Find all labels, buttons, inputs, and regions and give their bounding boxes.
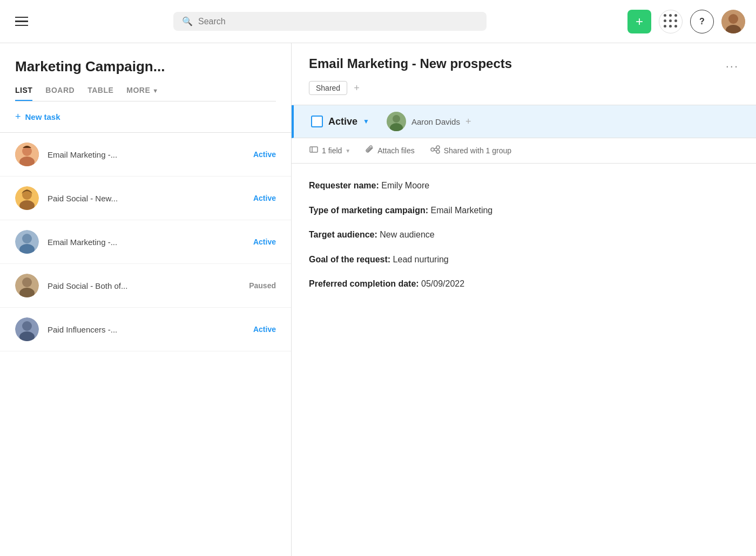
attach-files-button[interactable]: Attach files	[366, 145, 414, 157]
status-badge: Active	[253, 150, 276, 159]
detail-campaign-type: Type of marketing campaign: Email Market…	[309, 204, 739, 218]
task-name: Paid Social - New...	[48, 194, 245, 203]
completion-date-value-text: 05/09/2022	[421, 279, 464, 288]
search-input[interactable]	[198, 17, 478, 26]
assignee-name: Aaron Davids	[411, 117, 460, 126]
new-task-label: New task	[25, 112, 60, 121]
status-dropdown-icon: ▼	[363, 118, 369, 125]
assignee-row[interactable]: Aaron Davids +	[387, 112, 471, 131]
status-badge: Active	[253, 238, 276, 246]
campaign-type-label: Type of marketing campaign:	[309, 206, 428, 215]
add-tag-button[interactable]: +	[354, 83, 360, 94]
status-selector[interactable]: Active ▼	[311, 116, 369, 127]
details-section: Requester name: Emily Moore Type of mark…	[292, 164, 756, 317]
svg-point-1	[728, 14, 738, 24]
field-dropdown-icon: ▼	[345, 148, 350, 154]
status-assignee-row: Active ▼ Aaron Davids +	[292, 105, 756, 138]
nav-right: + ?	[627, 10, 745, 33]
detail-goal: Goal of the request: Lead nurturing	[309, 253, 739, 267]
field-button[interactable]: 1 field ▼	[309, 145, 350, 157]
completion-date-label: Preferred completion date:	[309, 279, 419, 288]
status-badge: Paused	[249, 281, 276, 290]
top-nav: 🔍 + ?	[0, 0, 756, 43]
task-row[interactable]: Email Marketing -... Active	[0, 133, 291, 177]
audience-value-text: New audience	[380, 230, 434, 239]
svg-point-16	[22, 321, 32, 331]
svg-point-23	[431, 148, 434, 151]
avatar	[15, 230, 39, 254]
add-button[interactable]: +	[627, 10, 651, 33]
detail-completion-date: Preferred completion date: 05/09/2022	[309, 277, 739, 291]
detail-title: Email Marketing - New prospects	[309, 56, 512, 71]
status-label: Active	[328, 116, 357, 127]
apps-grid-icon	[664, 14, 678, 29]
shared-group-button[interactable]: Shared with 1 group	[430, 145, 511, 156]
user-avatar[interactable]	[721, 10, 745, 33]
nav-left	[11, 11, 32, 32]
view-tabs: LIST BOARD TABLE MORE ▼	[15, 86, 276, 101]
requester-value-text: Emily Moore	[381, 181, 429, 190]
svg-line-26	[434, 148, 436, 149]
help-button[interactable]: ?	[690, 10, 714, 33]
shared-tag[interactable]: Shared	[309, 81, 347, 95]
campaign-type-value-text: Email Marketing	[431, 206, 493, 215]
svg-line-27	[434, 150, 436, 151]
task-list: Email Marketing -... Active Paid Social …	[0, 133, 291, 556]
search-bar: 🔍	[173, 12, 487, 31]
requester-label: Requester name:	[309, 181, 379, 190]
svg-point-25	[436, 150, 440, 153]
shared-label: Shared with 1 group	[444, 146, 511, 155]
svg-point-10	[22, 234, 32, 243]
svg-point-13	[22, 277, 32, 287]
avatar	[15, 317, 39, 341]
avatar	[15, 143, 39, 166]
new-task-plus-icon: +	[15, 111, 21, 123]
task-name: Paid Influencers -...	[48, 325, 245, 334]
svg-point-19	[393, 115, 400, 123]
detail-audience: Target audience: New audience	[309, 228, 739, 242]
status-badge: Active	[253, 194, 276, 202]
task-row[interactable]: Paid Social - New... Active	[0, 177, 291, 220]
tag-row: Shared +	[309, 81, 739, 105]
svg-rect-21	[310, 147, 318, 152]
attach-label: Attach files	[377, 146, 414, 155]
svg-point-24	[436, 146, 440, 149]
right-panel: Email Marketing - New prospects ... Shar…	[292, 43, 756, 556]
task-row[interactable]: Paid Social - Both of... Paused	[0, 264, 291, 308]
new-task-row[interactable]: + New task	[0, 101, 291, 133]
right-panel-header: Email Marketing - New prospects ... Shar…	[292, 43, 756, 105]
goal-label: Goal of the request:	[309, 255, 390, 264]
field-icon	[309, 145, 319, 157]
search-icon: 🔍	[182, 16, 193, 26]
avatar	[15, 274, 39, 297]
assignee-avatar	[387, 112, 406, 131]
main-content: Marketing Campaign... LIST BOARD TABLE M…	[0, 43, 756, 556]
share-icon	[430, 145, 441, 156]
add-assignee-button[interactable]: +	[465, 116, 471, 127]
detail-requester: Requester name: Emily Moore	[309, 179, 739, 193]
hamburger-menu-button[interactable]	[11, 11, 32, 32]
tab-list[interactable]: LIST	[15, 86, 32, 101]
field-label: 1 field	[322, 146, 342, 155]
avatar	[15, 186, 39, 210]
more-options-button[interactable]: ...	[726, 57, 739, 71]
apps-button[interactable]	[659, 10, 683, 33]
task-row[interactable]: Paid Influencers -... Active	[0, 308, 291, 351]
task-name: Paid Social - Both of...	[48, 281, 240, 290]
task-name: Email Marketing -...	[48, 238, 245, 247]
tab-table[interactable]: TABLE	[87, 86, 113, 101]
project-title: Marketing Campaign...	[15, 58, 276, 75]
attach-icon	[366, 145, 374, 157]
task-name: Email Marketing -...	[48, 150, 245, 159]
left-panel-header: Marketing Campaign... LIST BOARD TABLE M…	[0, 43, 291, 101]
tab-board[interactable]: BOARD	[45, 86, 75, 101]
status-badge: Active	[253, 325, 276, 334]
toolbar-row: 1 field ▼ Attach files	[292, 138, 756, 164]
task-row[interactable]: Email Marketing -... Active	[0, 220, 291, 264]
tab-more[interactable]: MORE ▼	[126, 86, 158, 101]
goal-value-text: Lead nurturing	[393, 255, 449, 264]
detail-title-row: Email Marketing - New prospects ...	[309, 56, 739, 71]
status-checkbox	[311, 116, 323, 127]
left-panel: Marketing Campaign... LIST BOARD TABLE M…	[0, 43, 292, 556]
audience-label: Target audience:	[309, 230, 377, 239]
